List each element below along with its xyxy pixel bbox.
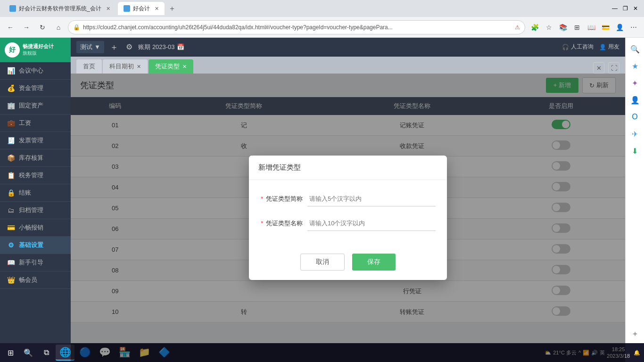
payroll-icon: 💼 [7, 119, 15, 127]
sidebar-label-member: 畅会员 [19, 276, 37, 284]
app-tab-home[interactable]: 首页 [76, 59, 102, 74]
forward-button[interactable]: → [20, 21, 33, 34]
sidebar-item-inventory[interactable]: 📦 库存核算 [0, 149, 71, 167]
more-button[interactable]: ⋯ [627, 21, 640, 34]
restore-button[interactable]: ❐ [620, 4, 630, 13]
notification-button[interactable]: 🔔 [632, 350, 642, 356]
subject-tab-close[interactable]: ✕ [137, 64, 141, 70]
add-sidebar-btn[interactable]: ＋ [627, 326, 643, 341]
workspace-selector[interactable]: 测试 ▼ [76, 41, 104, 53]
sidebar-item-invoice[interactable]: 🧾 发票管理 [0, 132, 71, 149]
modal: 新增凭证类型 * 凭证类型简称 * [249, 156, 447, 280]
sidebar-item-dashboard[interactable]: 📊 会议中心 [0, 62, 71, 80]
sidebar-label-payroll: 工资 [19, 119, 31, 127]
logo-main: 畅捷通好会计 [23, 43, 54, 49]
sidebar-item-guide[interactable]: 📖 新手引导 [0, 254, 71, 272]
sidebar-label-fixed-assets: 固定资产 [19, 101, 43, 110]
add-workspace-button[interactable]: ＋ [108, 41, 120, 53]
settings-icon: ⚙ [7, 241, 15, 249]
search-icon-btn[interactable]: 🔍 [627, 41, 643, 57]
close-button[interactable]: ✕ [631, 4, 640, 13]
content-area: 凭证类型 + 新增 ↻ 刷新 编码 [71, 74, 625, 362]
new-tab-button[interactable]: ＋ [166, 4, 178, 14]
name-input[interactable] [307, 216, 436, 231]
calendar-icon: 📅 [177, 43, 184, 50]
sidebar-item-fixed-assets[interactable]: 🏢 固定资产 [0, 97, 71, 115]
minimize-button[interactable]: — [610, 4, 619, 13]
sidebar-label-closing: 结账 [19, 189, 31, 197]
period-label: 账期 [138, 43, 150, 51]
task-view-button[interactable]: ⧉ [38, 345, 55, 361]
sidebar-item-member[interactable]: 👑 畅会员 [0, 272, 71, 289]
cancel-button[interactable]: 取消 [300, 254, 345, 271]
browser-wallet[interactable]: 💳 [599, 21, 612, 34]
consult-label: 人工咨询 [571, 43, 594, 51]
sidebar-item-payroll[interactable]: 💼 工资 [0, 115, 71, 132]
closing-icon: 🔒 [7, 189, 15, 197]
voucher-type-tab-close[interactable]: ✕ [182, 64, 187, 70]
download-icon-btn[interactable]: ⬇ [627, 143, 643, 158]
right-sidebar: 🔍 ★ ✦ 👤 O ✈ ⬇ ＋ ⚙ [625, 38, 644, 362]
start-button[interactable]: ⊞ [2, 345, 19, 361]
sidebar-item-expense[interactable]: 💳 小畅报销 [0, 219, 71, 237]
headset-icon: 🎧 [562, 44, 569, 50]
send-icon-btn[interactable]: ✈ [627, 126, 643, 141]
sidebar-item-assets[interactable]: 💰 资金管理 [0, 80, 71, 97]
user-button[interactable]: 👤 用友 [599, 43, 619, 51]
tab2-favicon [124, 5, 130, 12]
tab1-title: 好会计云财务软件管理系统_会计 [19, 5, 101, 13]
sidebar-label-assets: 资金管理 [19, 84, 43, 92]
subject-tab-label: 科目期初 [109, 62, 134, 71]
lock-icon: 🔒 [73, 24, 80, 31]
outlook-icon-btn[interactable]: O [627, 109, 643, 124]
save-button[interactable]: 保存 [352, 254, 396, 271]
home-button[interactable]: ⌂ [52, 21, 65, 34]
consult-button[interactable]: 🎧 人工咨询 [562, 43, 594, 51]
short-input[interactable] [307, 191, 436, 206]
reader-button[interactable]: 📖 [585, 21, 598, 34]
sidebar-item-archive[interactable]: 🗂 归档管理 [0, 202, 71, 219]
collections-button[interactable]: 📚 [556, 21, 570, 34]
reload-button[interactable]: ↻ [36, 21, 49, 34]
favorites-button[interactable]: ☆ [542, 21, 555, 34]
assets-icon: 💰 [7, 84, 15, 92]
tab-minimize-button[interactable]: ✕ [593, 62, 604, 74]
tab-expand-button[interactable]: ⛶ [608, 62, 619, 74]
tab1-close[interactable]: ✕ [106, 6, 110, 12]
short-label-text: 凭证类型简称 [266, 195, 303, 202]
browser-tab-1[interactable]: 好会计云财务软件管理系统_会计 ✕ [4, 2, 116, 15]
split-view-button[interactable]: ⊞ [570, 21, 584, 34]
extensions-button[interactable]: 🧩 [528, 21, 541, 34]
app-tab-voucher-type[interactable]: 凭证类型 ✕ [149, 59, 193, 74]
tax-icon: 📋 [7, 171, 15, 180]
modal-overlay: 新增凭证类型 * 凭证类型简称 * [71, 74, 625, 362]
sidebar-item-settings[interactable]: ⚙ 基础设置 [0, 237, 71, 254]
address-text: https://cloud2.chanjet.com/accounting/uh… [83, 24, 512, 31]
back-button[interactable]: ← [4, 21, 17, 34]
app-tab-subject[interactable]: 科目期初 ✕ [103, 59, 148, 74]
voucher-type-tab-label: 凭证类型 [155, 62, 180, 71]
sidebar-item-tax[interactable]: 📋 税务管理 [0, 167, 71, 184]
required-star: * [261, 195, 263, 202]
required-star-2: * [261, 220, 263, 227]
ai-icon-btn[interactable]: ✦ [627, 75, 643, 90]
star-icon-btn[interactable]: ★ [627, 58, 643, 74]
workspace-settings-button[interactable]: ⚙ [124, 42, 134, 51]
address-bar[interactable]: 🔒 https://cloud2.chanjet.com/accounting/… [68, 20, 525, 34]
user-circle-icon-btn[interactable]: 👤 [627, 92, 643, 107]
browser-tab-2[interactable]: 好会计 ✕ [118, 2, 165, 15]
sidebar-label-settings: 基础设置 [19, 241, 43, 249]
guide-icon: 📖 [7, 258, 15, 267]
invoice-icon: 🧾 [7, 136, 15, 145]
sidebar-label-archive: 归档管理 [19, 206, 43, 214]
modal-body: * 凭证类型简称 * 凭证类型名称 [249, 180, 447, 248]
tab2-title: 好会计 [133, 5, 150, 13]
sidebar-item-closing[interactable]: 🔒 结账 [0, 184, 71, 202]
sidebar-label-tax: 税务管理 [19, 171, 43, 180]
shield-icon: ⚠ [515, 24, 520, 31]
browser-user[interactable]: 👤 [613, 21, 626, 34]
name-label: * 凭证类型名称 [260, 219, 303, 228]
tab2-close[interactable]: ✕ [155, 6, 159, 12]
archive-icon: 🗂 [7, 206, 15, 214]
search-taskbar-button[interactable]: 🔍 [20, 345, 37, 361]
